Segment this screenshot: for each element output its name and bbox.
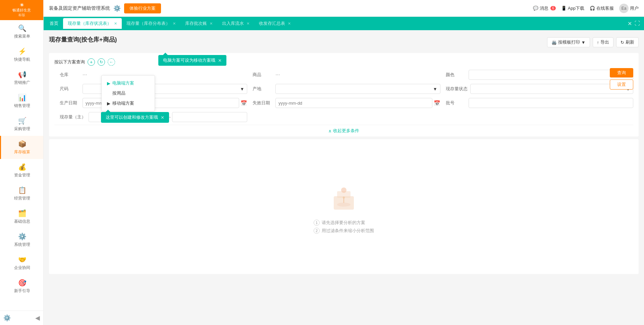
tab-close-collect[interactable]: ✕ [288, 21, 291, 26]
print-dropdown-icon: ▼ [581, 40, 586, 45]
filter-size-label: 尺码 [60, 86, 80, 92]
collapse-row[interactable]: ∧ 收起更多条件 [54, 125, 633, 137]
export-btn[interactable]: ↑ 导出 [593, 37, 614, 47]
message-icon: 💬 [533, 6, 538, 11]
svg-point-5 [337, 203, 351, 207]
refresh-btn[interactable]: ↻ 刷新 [616, 37, 639, 47]
filter-row-stock-status: 现存量状态 ▼ [446, 84, 633, 94]
product-dots-icon[interactable]: ··· [275, 72, 280, 78]
sidebar-item-guide[interactable]: 🎯 新手引导 [0, 275, 43, 298]
enterprise-icon: 🤝 [18, 256, 26, 264]
sidebar-nav: 🔍 搜索菜单 ⚡ 快捷导航 📢 营销推广 📊 销售管理 🛒 采购管理 📦 库存核… [0, 20, 43, 311]
app-download-action[interactable]: 📱 App下载 [561, 5, 584, 11]
inventory-icon: 📦 [18, 140, 26, 148]
tab-inventory-status[interactable]: 现存量（库存状况表） ✕ [63, 18, 122, 29]
expire-date-input[interactable] [275, 98, 432, 108]
sidebar-item-operations[interactable]: 📋 经营管理 [0, 182, 43, 205]
industry-btn[interactable]: 体验行业方案 [124, 3, 161, 13]
tab-close-inventory-status[interactable]: ✕ [114, 21, 117, 26]
empty-illustration [327, 179, 361, 213]
hint-num-2: 2 [314, 228, 320, 234]
search-btn[interactable]: 查询 [610, 68, 633, 77]
expire-date-calendar-icon[interactable]: 📅 [434, 100, 440, 106]
sidebar-item-system[interactable]: ⚙️ 系统管理 [0, 228, 43, 252]
headset-icon: 🎧 [590, 6, 595, 11]
filter-refresh-btn[interactable]: ↻ [98, 58, 105, 66]
system-name: 装备及固定资产辅助管理系统 [49, 5, 110, 11]
quick-icon: ⚡ [18, 47, 26, 55]
sidebar-item-inventory[interactable]: 📦 库存核算 [0, 136, 43, 159]
tab-inout[interactable]: 出入库流水 ✕ [217, 18, 254, 29]
message-action[interactable]: 💬 消息 6 [533, 5, 556, 11]
sidebar-item-sales[interactable]: 📊 销售管理 [0, 90, 43, 113]
sidebar-item-base[interactable]: 🗂️ 基础信息 [0, 205, 43, 228]
gear-icon[interactable]: ⚙️ [113, 5, 121, 12]
scheme-item-desktop[interactable]: ▶ 电脑端方案 [102, 78, 155, 88]
filter-stock-status-label: 现存量状态 [446, 86, 468, 92]
svg-text:畅: 畅 [20, 4, 23, 6]
tooltip-edit-scheme: 这里可以创建和修改方案哦 ✕ [101, 112, 169, 123]
tooltip-desktop-scheme: 电脑方案可设为移动方案哦 ✕ [158, 55, 226, 66]
search-icon: 🔍 [18, 24, 26, 32]
scheme-tree: ▶ 电脑端方案 按周品 ▶ 移动端方案 [101, 75, 155, 111]
settings-filter-btn[interactable]: 设置 [610, 79, 633, 90]
filter-row-batch: 批号 [446, 98, 633, 108]
filter-row-product: 商品 ··· [253, 70, 440, 80]
refresh-icon: ↻ [621, 40, 624, 45]
expand-arrow-mobile-icon: ▶ [107, 101, 110, 106]
top-header: 装备及固定资产辅助管理系统 ⚙️ 体验行业方案 💬 消息 6 📱 App下载 🎧… [44, 0, 644, 17]
filter-row-expire-date: 失效日期 📅 [253, 98, 440, 108]
sidebar-footer: ⚙️ ◀ [0, 311, 43, 325]
tab-collect[interactable]: 收发存汇总表 ✕ [254, 18, 296, 29]
sidebar-item-marketing[interactable]: 📢 营销推广 [0, 66, 43, 90]
tab-close-batch[interactable]: ✕ [210, 21, 213, 26]
filter-origin-select[interactable]: ▼ [275, 84, 440, 94]
sidebar-item-purchase[interactable]: 🛒 采购管理 [0, 113, 43, 136]
sidebar-item-finance[interactable]: 💰 资金管理 [0, 159, 43, 182]
header-right: 💬 消息 6 📱 App下载 🎧 在线客服 Ea 用户 [533, 4, 639, 13]
collapse-sidebar-icon[interactable]: ◀ [35, 314, 40, 322]
chevron-down-size-icon: ▼ [240, 87, 244, 92]
tooltip-close-bottom[interactable]: ✕ [161, 115, 164, 120]
export-icon: ↑ [597, 40, 599, 45]
hint-num-1: 1 [314, 220, 320, 226]
filter-stock-status-select[interactable]: ▼ [470, 84, 633, 94]
produce-date-calendar-icon[interactable]: 📅 [240, 100, 247, 106]
logo-badge: 标版 [18, 13, 25, 17]
warehouse-dots-icon[interactable]: ··· [83, 72, 87, 78]
user-action[interactable]: Ea 用户 [619, 4, 639, 13]
scheme-item-product[interactable]: 按周品 [102, 88, 155, 98]
hint-item-1: 1 请先选择要分析的方案 [314, 220, 374, 226]
tab-batch[interactable]: 库存批次账 ✕ [180, 18, 217, 29]
scheme-item-mobile[interactable]: ▶ 移动端方案 [102, 98, 155, 108]
online-service-action[interactable]: 🎧 在线客服 [590, 5, 614, 11]
hint-item-2: 2 用过滤条件来缩小分析范围 [314, 228, 374, 234]
print-btn[interactable]: 🖨️ 按模板打印 ▼ [547, 37, 590, 47]
sidebar-item-enterprise[interactable]: 🤝 企业协同 [0, 252, 43, 275]
settings-footer-icon[interactable]: ⚙️ [3, 314, 11, 322]
tab-close-all-icon[interactable]: ✕ [628, 20, 632, 27]
filter-row-color: 颜色 ▼ [446, 70, 633, 80]
tab-fullscreen-icon[interactable]: ⛶ [635, 20, 640, 26]
batch-input[interactable] [469, 98, 633, 108]
purchase-icon: 🛒 [18, 117, 26, 125]
tab-home[interactable]: 首页 [45, 18, 63, 29]
stock-main-to-input[interactable] [172, 112, 248, 122]
message-badge: 6 [550, 6, 556, 10]
filter-color-select[interactable]: ▼ [469, 70, 633, 80]
sidebar-item-quick[interactable]: ⚡ 快捷导航 [0, 43, 43, 66]
filter-add-btn[interactable]: + [88, 58, 95, 66]
sidebar: 畅 畅通好生意 标版 🔍 搜索菜单 ⚡ 快捷导航 📢 营销推广 📊 销售管理 🛒… [0, 0, 44, 325]
empty-hints: 1 请先选择要分析的方案 2 用过滤条件来缩小分析范围 [314, 220, 374, 234]
tab-close-inventory-dist[interactable]: ✕ [173, 21, 176, 26]
tab-close-inout[interactable]: ✕ [247, 21, 250, 26]
sidebar-item-search[interactable]: 🔍 搜索菜单 [0, 20, 43, 43]
filter-back-btn[interactable]: ← [108, 58, 115, 66]
tooltip-close-top[interactable]: ✕ [218, 58, 222, 63]
tab-bar: 首页 现存量（库存状况表） ✕ 现存量（库存分布表） ✕ 库存批次账 ✕ 出入库… [44, 17, 644, 30]
tab-inventory-dist[interactable]: 现存量（库存分布表） ✕ [122, 18, 180, 29]
main-content: 装备及固定资产辅助管理系统 ⚙️ 体验行业方案 💬 消息 6 📱 App下载 🎧… [44, 0, 644, 325]
sales-icon: 📊 [18, 94, 26, 102]
guide-icon: 🎯 [18, 279, 26, 287]
phone-icon: 📱 [561, 6, 567, 11]
